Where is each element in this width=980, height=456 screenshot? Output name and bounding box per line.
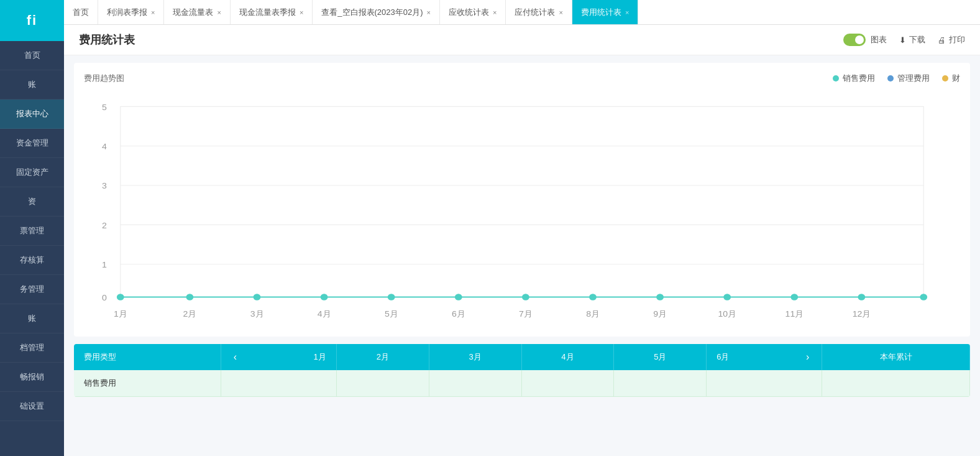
- page-title: 费用统计表: [79, 32, 135, 47]
- chart-title: 费用趋势图: [84, 73, 124, 84]
- svg-text:2月: 2月: [183, 310, 197, 319]
- legend-label-finance: 财: [952, 73, 960, 84]
- th-month-5: 5月: [614, 344, 707, 370]
- sidebar-item-funds[interactable]: 资金管理: [0, 129, 64, 158]
- svg-text:5月: 5月: [385, 310, 398, 319]
- content-area: 费用统计表 图表 ⬇ 下载 🖨 打印 费用趋势图: [64, 25, 980, 456]
- tab-expense-stats[interactable]: 费用统计表 ×: [572, 0, 638, 25]
- print-label: 打印: [949, 34, 965, 45]
- row-sales-m4: [521, 370, 614, 397]
- chart-svg: 5 4 3 2 1 0: [84, 90, 960, 327]
- download-label: 下载: [909, 34, 925, 45]
- svg-point-21: [656, 294, 664, 300]
- chart-container: 5 4 3 2 1 0: [84, 90, 960, 327]
- table-header-row: 费用类型 ‹ 1月 2月 3月 4月 5月: [74, 344, 970, 370]
- row-sales-m1: [221, 370, 336, 397]
- svg-text:6月: 6月: [452, 310, 465, 319]
- main-area: 首页 利润表季报 × 现金流量表 × 现金流量表季报 × 查看_空白报表(202…: [64, 0, 980, 456]
- tab-cashflow[interactable]: 现金流量表 ×: [164, 0, 230, 25]
- sidebar-item-account[interactable]: 账: [0, 70, 64, 100]
- sidebar-item-inventory[interactable]: 存核算: [0, 246, 64, 275]
- tab-close-payable[interactable]: ×: [559, 9, 562, 16]
- tab-close-cashflow[interactable]: ×: [217, 9, 221, 16]
- svg-point-22: [723, 294, 731, 300]
- svg-text:5: 5: [102, 103, 107, 111]
- svg-point-13: [117, 294, 124, 300]
- sidebar-item-reports[interactable]: 报表中心: [0, 100, 64, 129]
- svg-point-24: [858, 294, 866, 300]
- tab-bar: 首页 利润表季报 × 现金流量表 × 现金流量表季报 × 查看_空白报表(202…: [64, 0, 980, 25]
- svg-point-14: [186, 294, 194, 300]
- sidebar-item-ledger[interactable]: 账: [0, 304, 64, 333]
- svg-point-23: [790, 294, 798, 300]
- tab-receivable[interactable]: 应收统计表 ×: [440, 0, 506, 25]
- svg-text:10月: 10月: [718, 310, 736, 319]
- chart-toggle[interactable]: [843, 34, 866, 46]
- th-month-4: 4月: [521, 344, 614, 370]
- tab-blank-report[interactable]: 查看_空白报表(2023年02月) ×: [313, 0, 440, 25]
- svg-point-17: [388, 294, 395, 300]
- sidebar-item-resource[interactable]: 资: [0, 187, 64, 216]
- tab-cashflow-quarterly[interactable]: 现金流量表季报 ×: [231, 0, 313, 25]
- svg-text:9月: 9月: [653, 310, 667, 319]
- svg-text:12月: 12月: [853, 310, 871, 319]
- legend-finance: 财: [942, 73, 960, 84]
- sidebar-item-expense[interactable]: 畅报销: [0, 363, 64, 392]
- tab-close-expense-stats[interactable]: ×: [625, 9, 629, 16]
- chart-toggle-wrap: 图表: [843, 34, 887, 46]
- svg-rect-12: [121, 106, 924, 297]
- th-month-6: 6月 ›: [707, 344, 822, 370]
- chart-legend: 销售费用 管理费用 财: [833, 73, 960, 84]
- sidebar-item-service[interactable]: 务管理: [0, 275, 64, 304]
- month-prev-arrow[interactable]: ‹: [231, 351, 239, 363]
- download-icon: ⬇: [899, 35, 906, 45]
- sidebar-item-settings[interactable]: 础设置: [0, 392, 64, 421]
- legend-label-sales: 销售费用: [843, 73, 875, 84]
- th-yearly-total: 本年累计: [822, 344, 970, 370]
- print-button[interactable]: 🖨 打印: [938, 34, 965, 45]
- svg-point-19: [522, 294, 529, 300]
- tab-close-profit-quarterly[interactable]: ×: [151, 9, 155, 16]
- legend-label-admin: 管理费用: [897, 73, 930, 84]
- tab-close-cashflow-quarterly[interactable]: ×: [300, 9, 303, 16]
- svg-point-25: [920, 294, 927, 300]
- sidebar-item-invoice[interactable]: 票管理: [0, 216, 64, 246]
- chart-header: 费用趋势图 销售费用 管理费用 财: [84, 73, 960, 84]
- sidebar-item-home[interactable]: 首页: [0, 41, 64, 70]
- tab-home[interactable]: 首页: [64, 0, 98, 25]
- sidebar-item-archive[interactable]: 档管理: [0, 333, 64, 363]
- svg-text:3: 3: [102, 182, 107, 190]
- row-sales-m6: [707, 370, 822, 397]
- row-sales-type: 销售费用: [74, 370, 221, 397]
- sidebar: fi 首页 账 报表中心 资金管理 固定资产 资 票管理 存核算 务管理 账 档…: [0, 0, 64, 456]
- svg-text:8月: 8月: [586, 310, 600, 319]
- header-actions: 图表 ⬇ 下载 🖨 打印: [843, 34, 965, 46]
- tab-payable[interactable]: 应付统计表 ×: [506, 0, 572, 25]
- svg-text:3月: 3月: [250, 310, 264, 319]
- data-table-section: 费用类型 ‹ 1月 2月 3月 4月 5月: [74, 344, 970, 397]
- expense-table: 费用类型 ‹ 1月 2月 3月 4月 5月: [74, 344, 970, 397]
- page-header: 费用统计表 图表 ⬇ 下载 🖨 打印: [64, 25, 980, 55]
- month-next-arrow[interactable]: ›: [804, 351, 812, 363]
- th-month-2: 2月: [336, 344, 429, 370]
- svg-text:1: 1: [102, 261, 107, 269]
- svg-text:11月: 11月: [785, 310, 804, 319]
- sidebar-item-assets[interactable]: 固定资产: [0, 158, 64, 187]
- svg-point-15: [254, 294, 261, 300]
- legend-dot-sales: [833, 75, 839, 81]
- svg-text:2: 2: [102, 221, 107, 230]
- svg-text:0: 0: [102, 293, 107, 302]
- legend-dot-admin: [887, 75, 894, 81]
- tab-close-receivable[interactable]: ×: [493, 9, 497, 16]
- row-sales-m3: [429, 370, 521, 397]
- download-button[interactable]: ⬇ 下载: [899, 34, 925, 45]
- tab-profit-quarterly[interactable]: 利润表季报 ×: [98, 0, 164, 25]
- chart-toggle-label: 图表: [871, 34, 887, 45]
- print-icon: 🖨: [938, 35, 946, 45]
- svg-point-18: [455, 294, 462, 300]
- legend-dot-finance: [942, 75, 948, 81]
- row-sales-m2: [336, 370, 429, 397]
- svg-text:4月: 4月: [318, 310, 331, 319]
- legend-admin: 管理费用: [887, 73, 930, 84]
- tab-close-blank-report[interactable]: ×: [427, 9, 431, 16]
